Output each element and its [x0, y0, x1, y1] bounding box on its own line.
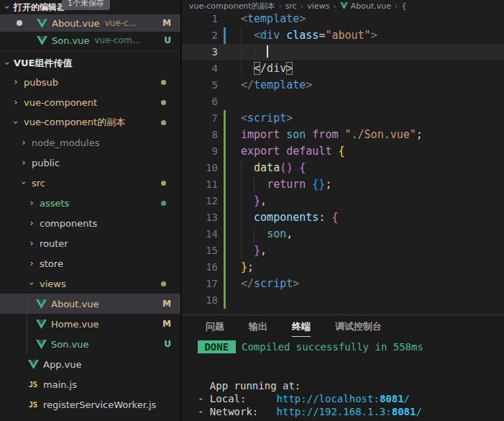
tree-item[interactable]: ›vue-component	[0, 92, 180, 112]
code-text: </div>	[241, 60, 293, 77]
code-token: /div	[260, 62, 286, 75]
gutter-added-indicator	[224, 292, 226, 309]
line-number: 12	[182, 193, 218, 209]
breadcrumb-item[interactable]: src	[285, 1, 297, 11]
code-line-4[interactable]: 4 </div>	[182, 60, 504, 77]
code-token: div	[260, 29, 280, 42]
code-token: ()	[280, 161, 293, 174]
code-token: ,	[260, 244, 267, 257]
vue-file-icon	[35, 299, 47, 309]
git-change-dot	[161, 80, 166, 85]
gutter-added-indicator	[224, 110, 226, 127]
file-label: App.vue	[43, 359, 81, 370]
terminal-output[interactable]: DONE Compiled successfully in 558ms App …	[182, 337, 504, 418]
tree-item[interactable]: ›router	[0, 233, 180, 253]
workspace-title: VUE组件传值	[14, 57, 73, 70]
code-token	[280, 29, 286, 42]
code-line-16[interactable]: 16};	[182, 259, 504, 276]
code-line-6[interactable]: 6	[182, 94, 504, 110]
tree-item[interactable]: ≡.browserslistrc	[0, 415, 180, 421]
code-token	[241, 194, 254, 207]
code-text: export default {	[241, 143, 345, 160]
code-line-10[interactable]: 10 data() {	[182, 160, 504, 176]
code-line-18[interactable]: 18	[182, 292, 504, 309]
code-token: import	[241, 128, 280, 141]
terminal-text: DONE	[198, 340, 236, 353]
tree-item[interactable]: Son.vueU	[0, 334, 180, 354]
code-text: },	[241, 243, 267, 259]
terminal-link[interactable]: 8081	[392, 406, 416, 417]
code-line-1[interactable]: 1<template>	[182, 11, 504, 27]
breadcrumb-separator-icon: ›	[278, 1, 281, 11]
breadcrumb-item[interactable]: About.vue	[340, 1, 391, 11]
tree-item[interactable]: ›vue-component的副本	[0, 112, 180, 132]
tree-item[interactable]: ›src	[0, 173, 180, 193]
panel-tab-调试控制台[interactable]: 调试控制台	[335, 315, 382, 337]
chevron-down-icon: ›	[19, 178, 28, 187]
tree-item[interactable]: ›node_modules	[0, 132, 180, 153]
file-label: assets	[40, 198, 69, 209]
panel-tab-终端[interactable]: 终端	[292, 315, 311, 337]
tree-item[interactable]: Home.vueM	[0, 314, 180, 334]
line-number: 13	[182, 209, 218, 226]
terminal-link[interactable]: /	[404, 393, 410, 404]
breadcrumb-item[interactable]: views	[307, 1, 329, 11]
code-line-14[interactable]: 14 son,	[182, 226, 504, 243]
open-editors-header[interactable]: › 打开的编辑器 1个未保存	[0, 0, 180, 14]
breadcrumb-item[interactable]: {	[401, 1, 406, 11]
panel-tab-输出[interactable]: 输出	[249, 315, 267, 337]
code-token: components	[254, 211, 319, 224]
code-token: son	[267, 227, 286, 240]
code-text: },	[241, 193, 267, 209]
code-line-7[interactable]: 7<script>	[182, 110, 504, 127]
code-line-17[interactable]: 17</script>	[182, 276, 504, 292]
workspace-section-header[interactable]: › VUE组件传值	[0, 51, 180, 74]
code-line-13[interactable]: 13 components: {	[182, 209, 504, 226]
tree-item[interactable]: JSmain.js	[0, 374, 180, 394]
terminal-link[interactable]: http://localhost:	[277, 393, 380, 404]
open-editors-list: About.vuevue-c...MSon.vuevue-com...U	[0, 14, 180, 49]
line-number: 11	[182, 176, 218, 193]
code-line-12[interactable]: 12 },	[182, 193, 504, 209]
terminal-link[interactable]: /	[416, 406, 421, 417]
terminal-link[interactable]: http://192.168.1.3:	[277, 406, 392, 417]
tree-item[interactable]: ›assets	[0, 193, 180, 213]
tree-item[interactable]: ›components	[0, 213, 180, 233]
breadcrumb-label: views	[307, 1, 329, 11]
tree-item[interactable]: ›pubsub	[0, 72, 180, 92]
code-line-8[interactable]: 8import son from "./Son.vue";	[182, 127, 504, 143]
git-status-badge: U	[164, 339, 171, 349]
git-status-badge: M	[162, 18, 171, 28]
chevron-right-icon: ›	[27, 259, 36, 268]
code-area[interactable]: 1<template>2 <div class="about">3 4 </di…	[182, 11, 504, 309]
code-token: template	[247, 12, 299, 25]
vue-file-icon	[36, 35, 47, 45]
code-line-5[interactable]: 5</template>	[182, 77, 504, 94]
code-line-15[interactable]: 15 },	[182, 243, 504, 259]
tree-item[interactable]: ›views	[0, 273, 180, 294]
tree-item[interactable]: ›public	[0, 153, 180, 173]
code-token: >	[286, 62, 293, 75]
open-editor-item[interactable]: About.vuevue-c...M	[0, 14, 180, 32]
line-number: 9	[182, 143, 218, 160]
terminal-text: - Local:	[198, 393, 277, 404]
terminal-link[interactable]: 8081	[380, 393, 404, 404]
terminal-text: - Network:	[198, 406, 277, 417]
code-line-2[interactable]: 2 <div class="about">	[182, 27, 504, 44]
tree-item[interactable]: About.vueM	[0, 294, 180, 314]
panel-tab-问题[interactable]: 问题	[206, 315, 224, 337]
tree-item[interactable]: App.vue	[0, 354, 180, 374]
tree-item[interactable]: JSregisterServiceWorker.js	[0, 394, 180, 415]
code-token: class	[286, 29, 319, 42]
code-line-3[interactable]: 3	[182, 44, 504, 60]
breadcrumb-item[interactable]: vue-component的副本	[189, 1, 275, 12]
code-line-11[interactable]: 11 return {};	[182, 176, 504, 193]
code-token: </	[241, 277, 254, 290]
open-editor-item[interactable]: Son.vuevue-com...U	[0, 32, 180, 49]
unsaved-count-badge: 1个未保存	[62, 0, 110, 10]
tree-item[interactable]: ›store	[0, 253, 180, 273]
code-token: {	[331, 211, 338, 224]
code-token	[306, 178, 312, 191]
code-line-9[interactable]: 9export default {	[182, 143, 504, 160]
file-label: Son.vue	[51, 339, 89, 350]
